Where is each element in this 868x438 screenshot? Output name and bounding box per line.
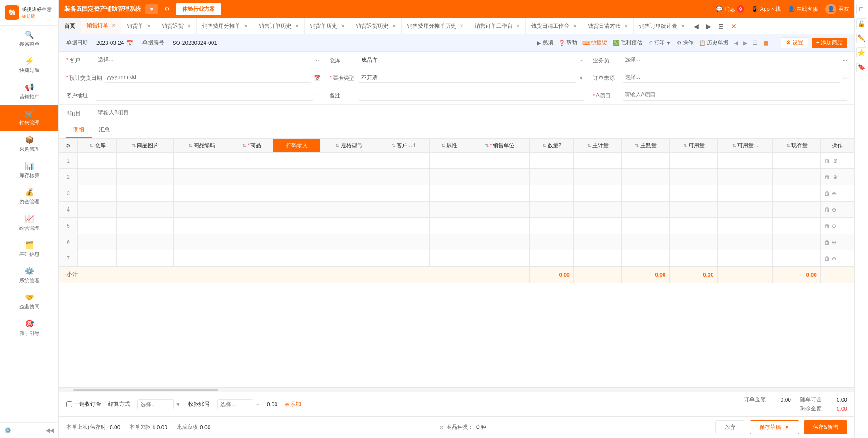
help-link[interactable]: ❓ 帮助 [558, 39, 577, 47]
save-draft-button[interactable]: 保存草稿 ▼ [750, 420, 799, 434]
invoice-type-value[interactable]: 不开票 [359, 73, 576, 83]
remarks-input[interactable] [361, 91, 582, 98]
tab-invoice-history-close[interactable]: ✕ [341, 24, 344, 29]
row-current-1[interactable] [773, 153, 821, 169]
column-settings-icon[interactable]: ⚙ [66, 143, 71, 149]
copy-icon-6[interactable]: ⊕ [832, 239, 836, 245]
sort-icon-unit[interactable]: ⇅ [485, 143, 489, 148]
tab-sales-expense-close[interactable]: ✕ [244, 24, 247, 29]
row-code-1[interactable] [173, 153, 230, 169]
topbar-gear-icon[interactable]: ⚙ [163, 4, 171, 14]
sidebar-item-sales[interactable]: 🛒 销售管理 [0, 105, 58, 131]
delete-icon-7[interactable]: 🗑 [824, 255, 830, 262]
tab-sales-invoice-close[interactable]: ✕ [147, 24, 150, 29]
sidebar-item-guide[interactable]: 🎯 新手引导 [0, 315, 58, 341]
order-source-value[interactable] [623, 73, 840, 83]
row-code-2[interactable] [173, 169, 230, 185]
sort-icon-custcode[interactable]: ⇅ [392, 143, 395, 148]
tab-sales-stats-close[interactable]: ✕ [681, 24, 684, 29]
sidebar-item-enterprise[interactable]: 🤝 企业协同 [0, 289, 58, 315]
col-settings[interactable]: ⚙ [59, 139, 78, 153]
tab-invoice-history[interactable]: 销货单历史 ✕ [305, 18, 350, 34]
collection-more-icon[interactable]: ··· [255, 401, 260, 408]
tab-home[interactable]: 首页 [59, 18, 81, 34]
warehouse-more-icon[interactable]: ··· [579, 57, 584, 63]
calendar-icon[interactable]: 📅 [126, 40, 133, 46]
row-qty2-1[interactable] [529, 153, 573, 169]
sort-icon-avail2[interactable]: ⇅ [732, 143, 736, 148]
remarks-value[interactable] [359, 91, 584, 101]
delete-icon-6[interactable]: 🗑 [824, 239, 830, 245]
delete-icon-4[interactable]: 🗑 [824, 207, 830, 213]
row-attrs-1[interactable] [429, 153, 469, 169]
sidebar-item-search[interactable]: 🔍 搜索菜单 [0, 26, 58, 52]
invoice-type-dropdown-icon[interactable]: ▼ [578, 75, 584, 81]
tab-expense-history-close[interactable]: ✕ [460, 24, 463, 29]
sort-icon-product[interactable]: ⇅ [242, 143, 246, 148]
delete-icon-3[interactable]: 🗑 [824, 190, 830, 197]
row-image-1[interactable] [116, 153, 173, 169]
tab-return-history-close[interactable]: ✕ [392, 24, 396, 29]
warehouse-value[interactable]: 成品库 [359, 55, 577, 65]
row-unit-1[interactable] [469, 153, 529, 169]
collapse-icon[interactable]: ◀◀ [46, 427, 54, 433]
right-tool-3[interactable]: ✏️ [856, 33, 867, 43]
tab-sales-expense[interactable]: 销售费用分摊单 ✕ [197, 18, 253, 34]
salesperson-input[interactable] [625, 56, 838, 63]
sort-icon-code[interactable]: ⇅ [189, 143, 192, 148]
customer-address-value[interactable] [96, 91, 313, 101]
a-project-input[interactable] [625, 91, 845, 98]
address-more-icon[interactable]: ··· [316, 92, 320, 99]
row-custcode-1[interactable] [377, 153, 429, 169]
tab-order-workbench-close[interactable]: ✕ [516, 24, 520, 29]
copy-icon-1[interactable]: ⊕ [833, 158, 838, 164]
tab-prev-btn[interactable]: ◀ [690, 18, 703, 34]
row-avail2-2[interactable] [718, 169, 773, 185]
grid-view-icon[interactable]: ▦ [763, 40, 768, 46]
right-tool-4[interactable]: ⭐ [856, 47, 867, 58]
operate-link[interactable]: ⚙ 操作 [677, 39, 693, 47]
order-source-input[interactable] [625, 74, 838, 80]
sidebar-item-finance[interactable]: 💰 资金管理 [0, 183, 58, 210]
sidebar-item-purchase[interactable]: 📦 采购管理 [0, 131, 58, 157]
tab-daily-workbench-close[interactable]: ✕ [573, 24, 577, 29]
shortcut-link[interactable]: ⌨ 快捷键 [582, 39, 607, 47]
sort-icon-warehouse[interactable]: ⇅ [89, 143, 93, 148]
right-tool-5[interactable]: 🔖 [856, 62, 867, 72]
row-mainqty-1[interactable] [621, 153, 669, 169]
tab-sales-stats[interactable]: 销售订单统计表 ✕ [634, 18, 690, 34]
row-unit-2[interactable] [469, 169, 529, 185]
payment-method-input[interactable] [137, 399, 174, 409]
right-tool-1[interactable]: □ [856, 4, 867, 14]
collection-account-input[interactable] [217, 399, 253, 409]
tab-sales-order-close[interactable]: ✕ [112, 23, 116, 28]
auto-collection-checkbox[interactable]: 一键收订金 [66, 400, 101, 408]
row-warehouse-2[interactable] [78, 169, 117, 185]
sidebar-item-quicknav[interactable]: ⚡ 快捷导航 [0, 52, 58, 78]
app-download-item[interactable]: 📱 App下载 [752, 5, 781, 13]
online-service-item[interactable]: 👤 在线客服 [788, 5, 818, 13]
history-link[interactable]: 📋 历史单据 [699, 39, 728, 47]
row-scan-2[interactable] [273, 169, 320, 185]
table-scrollbar[interactable] [59, 387, 854, 392]
nav-left-icon[interactable]: ◀ [734, 40, 738, 46]
row-spec-1[interactable] [320, 153, 377, 169]
salesperson-value[interactable] [623, 55, 840, 65]
b-project-input[interactable] [98, 109, 319, 116]
row-qty2-2[interactable] [529, 169, 573, 185]
tab-sales-order[interactable]: 销售订单 ✕ [81, 18, 121, 34]
print-link[interactable]: 🖨 打印 ▼ [648, 39, 671, 47]
row-spec-2[interactable] [320, 169, 377, 185]
detail-tab-mingxi[interactable]: 明细 [66, 122, 92, 138]
a-project-value[interactable] [623, 91, 847, 101]
sort-icon-qty2[interactable]: ⇅ [543, 143, 546, 148]
sidebar-item-operations[interactable]: 📈 经营管理 [0, 210, 58, 236]
list-view-icon[interactable]: ☰ [753, 40, 758, 46]
sidebar-item-system[interactable]: ⚙️ 系统管理 [0, 262, 58, 289]
settings-bottom-icon[interactable]: ⚙️ [5, 427, 11, 433]
b-project-value[interactable] [96, 108, 320, 118]
tab-more-btn[interactable]: ⊟ [715, 18, 727, 34]
customer-more-icon[interactable]: ··· [316, 57, 320, 63]
order-source-more-icon[interactable]: ··· [843, 75, 847, 81]
tab-daily-reconcile-close[interactable]: ✕ [624, 24, 628, 29]
